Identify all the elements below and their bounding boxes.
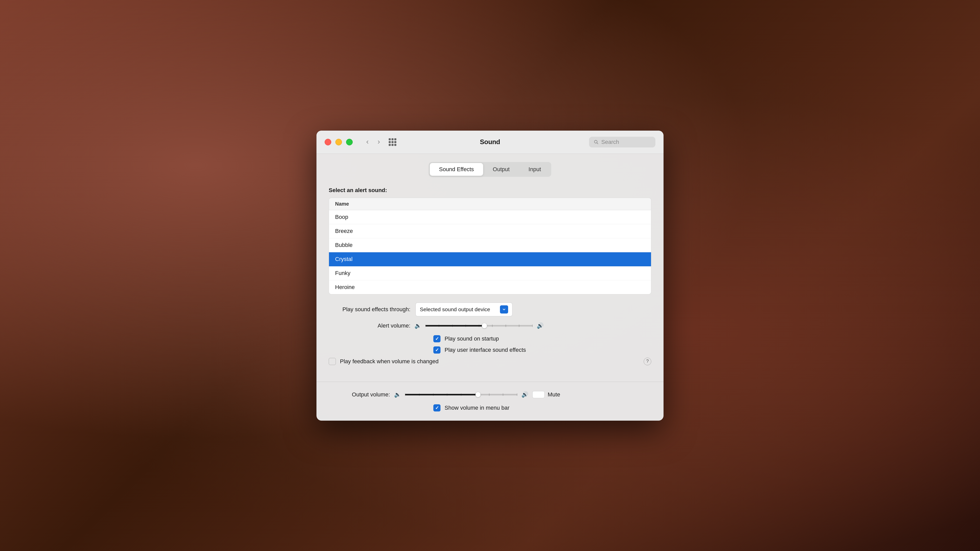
checkbox-feedback-row: Play feedback when volume is changed ? xyxy=(329,358,651,365)
play-through-row: Play sound effects through: Selected sou… xyxy=(329,303,651,316)
select-arrow-icon xyxy=(500,305,508,313)
checkbox-ui-effects-label: Play user interface sound effects xyxy=(445,347,547,353)
mute-section: Mute xyxy=(532,391,560,398)
alert-volume-row: Alert volume: 🔈 🔊 xyxy=(329,322,651,329)
mute-label: Mute xyxy=(548,391,560,398)
output-volume-row: Output volume: 🔈 🔊 xyxy=(329,391,651,398)
output-volume-low-icon: 🔈 xyxy=(394,391,401,398)
output-volume-label: Output volume: xyxy=(329,391,390,398)
sound-list: Name Boop Breeze Bubble Crystal Funky He… xyxy=(329,198,651,294)
titlebar: Sound Search xyxy=(317,130,663,154)
checkmark-icon: ✓ xyxy=(435,336,439,341)
tabs: Sound Effects Output Input xyxy=(329,162,651,177)
section-label: Select an alert sound: xyxy=(329,187,651,194)
sound-item-heroine[interactable]: Heroine xyxy=(329,280,651,294)
sound-item-funky[interactable]: Funky xyxy=(329,266,651,280)
checkbox-feedback-label: Play feedback when volume is changed xyxy=(340,358,442,365)
play-through-label: Play sound effects through: xyxy=(329,306,410,313)
mute-checkbox[interactable] xyxy=(532,391,545,398)
sound-item-breeze[interactable]: Breeze xyxy=(329,224,651,238)
output-volume-fill xyxy=(405,394,478,395)
tab-group: Sound Effects Output Input xyxy=(429,162,551,177)
play-through-value: Selected sound output device xyxy=(420,306,497,313)
forward-button[interactable] xyxy=(374,138,383,147)
main-window: Sound Search Sound Effects Output Input … xyxy=(317,130,663,421)
show-volume-label: Show volume in menu bar xyxy=(445,405,547,411)
list-header: Name xyxy=(329,198,651,210)
output-volume-high-icon: 🔊 xyxy=(522,391,528,398)
window-title: Sound xyxy=(480,138,500,146)
sound-item-crystal[interactable]: Crystal xyxy=(329,252,651,266)
alert-volume-label: Alert volume: xyxy=(329,322,410,329)
show-volume-row: ✓ Show volume in menu bar xyxy=(329,404,651,411)
checkbox-feedback[interactable] xyxy=(329,358,336,365)
show-volume-checkmark: ✓ xyxy=(435,405,439,411)
search-placeholder: Search xyxy=(601,139,619,145)
fullscreen-button[interactable] xyxy=(346,139,353,145)
checkbox-startup[interactable]: ✓ xyxy=(433,335,441,342)
svg-line-1 xyxy=(597,143,598,144)
search-icon xyxy=(593,140,599,144)
checkbox-startup-row: ✓ Play sound on startup xyxy=(329,335,651,342)
checkbox-ui-effects[interactable]: ✓ xyxy=(433,346,441,354)
checkmark-ui-icon: ✓ xyxy=(435,347,439,353)
sound-item-boop[interactable]: Boop xyxy=(329,210,651,224)
bottom-section: Output volume: 🔈 🔊 xyxy=(317,382,663,421)
tab-output[interactable]: Output xyxy=(484,163,519,176)
tab-sound-effects[interactable]: Sound Effects xyxy=(430,163,483,176)
checkbox-show-volume[interactable]: ✓ xyxy=(433,404,441,411)
alert-volume-fill xyxy=(425,325,484,327)
minimize-button[interactable] xyxy=(335,139,342,145)
nav-buttons xyxy=(363,138,383,147)
search-box[interactable]: Search xyxy=(589,137,655,148)
help-button[interactable]: ? xyxy=(644,358,651,365)
checkbox-startup-label: Play sound on startup xyxy=(445,335,547,342)
volume-low-icon: 🔈 xyxy=(414,322,422,329)
output-volume-thumb[interactable] xyxy=(476,392,480,397)
sound-item-bubble[interactable]: Bubble xyxy=(329,238,651,252)
grid-icon xyxy=(389,138,396,146)
tab-input[interactable]: Input xyxy=(519,163,550,176)
checkbox-ui-effects-row: ✓ Play user interface sound effects xyxy=(329,346,651,354)
grid-view-button[interactable] xyxy=(387,137,398,147)
play-through-select[interactable]: Selected sound output device xyxy=(415,303,512,316)
alert-volume-thumb[interactable] xyxy=(482,323,487,328)
volume-high-icon: 🔊 xyxy=(537,322,544,329)
main-content: Sound Effects Output Input Select an ale… xyxy=(317,154,663,382)
close-button[interactable] xyxy=(325,139,331,145)
output-volume-slider[interactable] xyxy=(405,394,517,395)
back-button[interactable] xyxy=(363,138,372,147)
alert-volume-slider[interactable] xyxy=(425,325,533,327)
traffic-lights xyxy=(325,139,353,145)
